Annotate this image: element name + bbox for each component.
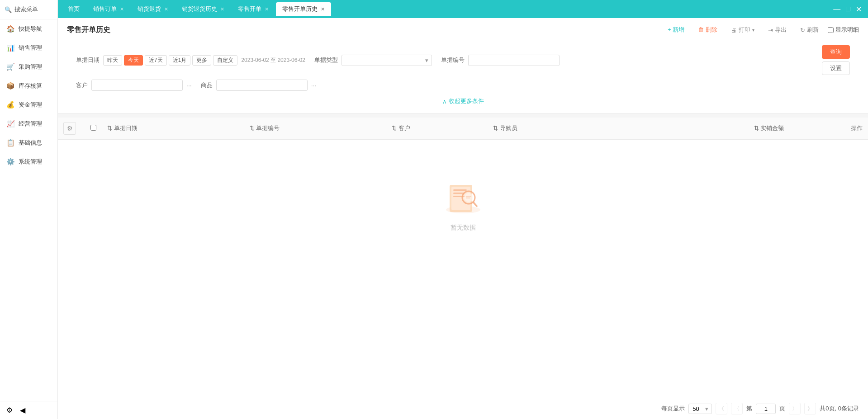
print-icon: 🖨: [731, 27, 737, 33]
customer-input[interactable]: [91, 80, 183, 91]
tab-label-retail-open: 零售开单: [238, 5, 261, 13]
sidebar-label-operations: 经营管理: [19, 120, 42, 128]
order-no-filter: 单据编号: [441, 55, 560, 66]
close-button[interactable]: ✕: [856, 5, 862, 14]
table-settings-icon[interactable]: ⚙: [63, 122, 76, 135]
tab-close-sales-return-history[interactable]: ✕: [220, 6, 224, 12]
print-button[interactable]: 🖨 打印 ▾: [726, 24, 759, 36]
tab-sales-return[interactable]: 销货退货✕: [131, 2, 175, 16]
date-label: 单据日期: [76, 56, 100, 64]
th-no-label: ⇅ 单据编号: [250, 125, 280, 132]
tab-sales-order[interactable]: 销售订单✕: [87, 2, 130, 16]
tab-label-sales-return-history: 销货退货历史: [182, 5, 217, 13]
filters-panel: 单据日期 昨天 今天 近7天 近1月 更多 自定义 2023-06-02 至 2…: [67, 41, 859, 113]
table-area: ⚙ ⇅ 单据日期 ⇅ 单据编号 ⇅ 客户: [58, 118, 868, 398]
th-date-label: ⇅ 单据日期: [107, 125, 138, 132]
tab-close-retail-open[interactable]: ✕: [265, 6, 269, 12]
show-detail-checkbox[interactable]: [828, 27, 834, 33]
data-table: ⚙ ⇅ 单据日期 ⇅ 单据编号 ⇅ 客户: [58, 118, 868, 140]
print-dropdown-icon: ▾: [752, 28, 754, 33]
sidebar-item-operations[interactable]: 📈 经营管理: [0, 114, 57, 133]
export-label: 导出: [775, 26, 787, 34]
goods-input[interactable]: [216, 80, 308, 91]
th-ops: 操作: [789, 118, 868, 140]
query-button[interactable]: 查询: [822, 45, 850, 59]
collapse-sidebar-icon[interactable]: ◀: [20, 406, 25, 414]
sidebar-item-basic-info[interactable]: 📋 基础信息: [0, 133, 57, 152]
order-type-select-wrapper: [342, 55, 432, 66]
page-label-before: 第: [746, 405, 752, 413]
print-label: 打印: [739, 26, 750, 34]
tab-close-retail-open-history[interactable]: ✕: [321, 6, 325, 12]
empty-state: 暂无数据: [58, 140, 868, 268]
date-btn-today[interactable]: 今天: [124, 55, 143, 66]
sidebar-item-sales-mgmt[interactable]: 📊 销售管理: [0, 38, 57, 57]
date-btn-more[interactable]: 更多: [192, 55, 211, 66]
delete-button[interactable]: 🗑 删除: [693, 24, 722, 36]
show-detail-toggle[interactable]: 显示明细: [828, 26, 859, 34]
date-btn-last-month[interactable]: 近1月: [169, 55, 191, 66]
page-size-select[interactable]: 10 20 50 100: [688, 404, 712, 414]
tab-bar: 首页销售订单✕销货退货✕销货退货历史✕零售开单✕零售开单历史✕ — □ ✕: [58, 0, 868, 18]
sidebar-label-inventory: 库存核算: [19, 82, 42, 90]
main-content: 首页销售订单✕销货退货✕销货退货历史✕零售开单✕零售开单历史✕ — □ ✕ 零售…: [58, 0, 868, 419]
minimize-button[interactable]: —: [833, 5, 840, 13]
current-page-input[interactable]: [756, 404, 776, 414]
th-select-all-checkbox: [85, 118, 102, 140]
sidebar-item-inventory[interactable]: 📦 库存核算: [0, 76, 57, 95]
sidebar-label-finance: 资金管理: [19, 101, 42, 109]
sidebar-item-sys-mgmt[interactable]: ⚙️ 系统管理: [0, 152, 57, 171]
tab-close-sales-order[interactable]: ✕: [120, 6, 124, 12]
search-icon: 🔍: [5, 6, 12, 13]
svg-point-7: [464, 193, 473, 202]
date-btn-custom[interactable]: 自定义: [213, 55, 237, 66]
date-btn-yesterday[interactable]: 昨天: [103, 55, 122, 66]
order-no-input[interactable]: [468, 55, 560, 66]
th-ops-label: 操作: [851, 125, 863, 132]
total-info: 共0页, 0条记录: [820, 405, 859, 413]
settings-icon[interactable]: ⚙: [6, 406, 13, 414]
tab-close-sales-return[interactable]: ✕: [164, 6, 168, 12]
customer-filter: 客户 ···: [76, 80, 192, 91]
toolbar: + 新增 🗑 删除 🖨 打印 ▾ ⇥ 导出 ↻ 刷新: [663, 24, 859, 36]
goods-ellipsis-btn[interactable]: ···: [311, 82, 317, 89]
th-amount-label: ⇅ 实销金额: [754, 125, 784, 132]
refresh-label: 刷新: [807, 26, 819, 34]
maximize-button[interactable]: □: [846, 5, 850, 13]
sidebar-icon-sys-mgmt: ⚙️: [6, 158, 15, 166]
svg-rect-5: [453, 196, 465, 197]
sidebar-item-finance[interactable]: 💰 资金管理: [0, 95, 57, 114]
tab-label-home: 首页: [68, 5, 80, 13]
add-button[interactable]: + 新增: [663, 24, 689, 36]
order-type-label: 单据类型: [314, 56, 338, 64]
order-no-label: 单据编号: [441, 56, 465, 64]
sidebar: 🔍 搜索采单 🏠 快捷导航 📊 销售管理 🛒 采购管理 📦 库存核算 💰 资金管…: [0, 0, 58, 419]
first-page-button[interactable]: 《: [716, 403, 727, 414]
filter-settings-button[interactable]: 设置: [822, 61, 850, 75]
prev-page-button[interactable]: 〈: [731, 403, 743, 414]
tab-label-sales-return: 销货退货: [138, 5, 161, 13]
date-btn-last7[interactable]: 近7天: [145, 55, 167, 66]
select-all-checkbox[interactable]: [90, 125, 96, 131]
next-page-button[interactable]: 〉: [789, 403, 801, 414]
th-date: ⇅ 单据日期: [102, 118, 244, 140]
query-settings-col: 查询 设置: [822, 45, 850, 75]
tab-retail-open[interactable]: 零售开单✕: [232, 2, 275, 16]
sidebar-item-purchase-mgmt[interactable]: 🛒 采购管理: [0, 57, 57, 76]
tab-home[interactable]: 首页: [62, 2, 86, 16]
date-filter: 单据日期 昨天 今天 近7天 近1月 更多 自定义 2023-06-02 至 2…: [76, 55, 305, 66]
tab-retail-open-history[interactable]: 零售开单历史✕: [276, 2, 331, 16]
sidebar-item-quick-nav[interactable]: 🏠 快捷导航: [0, 19, 57, 38]
collapse-btn[interactable]: ∧ 收起更多条件: [442, 97, 484, 105]
export-button[interactable]: ⇥ 导出: [764, 24, 791, 36]
refresh-icon: ↻: [800, 27, 805, 33]
tab-sales-return-history[interactable]: 销货退货历史✕: [175, 2, 231, 16]
last-page-button[interactable]: 》: [804, 403, 816, 414]
customer-ellipsis-btn[interactable]: ···: [186, 82, 192, 89]
collapse-more-row: ∧ 收起更多条件: [76, 95, 850, 109]
window-controls: — □ ✕: [833, 5, 864, 14]
refresh-button[interactable]: ↻ 刷新: [796, 24, 823, 36]
sidebar-search[interactable]: 🔍 搜索采单: [0, 0, 57, 19]
sidebar-label-basic-info: 基础信息: [19, 139, 42, 147]
order-type-select[interactable]: [342, 55, 432, 66]
